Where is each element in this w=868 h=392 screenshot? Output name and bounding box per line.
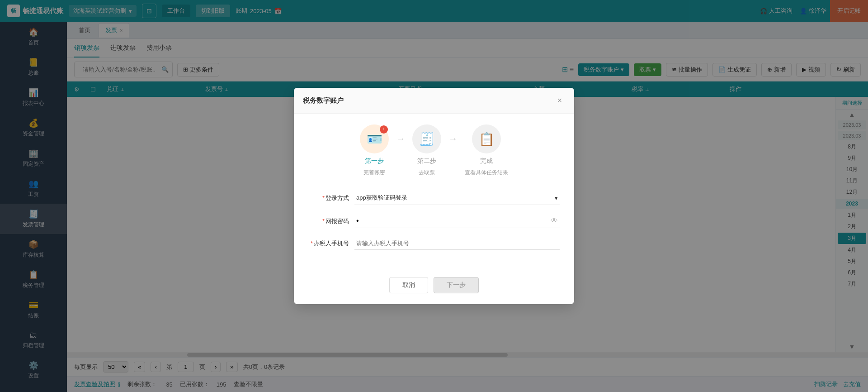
password-toggle-icon[interactable]: 👁 — [551, 217, 558, 225]
next-step-button[interactable]: 下一步 — [434, 277, 479, 293]
step-1-icon: 🪪 — [367, 132, 382, 147]
phone-field: *办税人手机号 — [308, 237, 560, 250]
modal-dialog: 税务数字账户 × 🪪 ! 第一步 完善账密 → — [294, 88, 574, 304]
step-2-sub: 去取票 — [419, 169, 435, 177]
step-2-icon: 🧾 — [419, 132, 435, 147]
password-field: *网报密码 👁 — [308, 214, 560, 228]
phone-input[interactable] — [354, 237, 560, 250]
modal-title: 税务数字账户 — [303, 96, 344, 105]
step-2-label: 第二步 — [417, 157, 436, 165]
password-input[interactable] — [356, 217, 551, 225]
cancel-button[interactable]: 取消 — [389, 277, 428, 293]
step-3-label: 完成 — [480, 157, 493, 165]
step-2: 🧾 第二步 去取票 — [412, 124, 441, 177]
step-1-icon-wrapper: 🪪 ! — [360, 124, 389, 153]
steps-container: 🪪 ! 第一步 完善账密 → 🧾 第二步 去取票 → — [308, 124, 560, 177]
phone-label: *办税人手机号 — [308, 239, 349, 248]
step-1-sub: 完善账密 — [363, 169, 385, 177]
step-1-badge: ! — [380, 125, 388, 134]
login-method-field: *登录方式 app获取验证码登录 ▾ — [308, 191, 560, 205]
modal-close-button[interactable]: × — [554, 95, 565, 106]
step-1-label: 第一步 — [365, 157, 384, 165]
step-1: 🪪 ! 第一步 完善账密 — [360, 124, 389, 177]
modal-header: 税务数字账户 × — [294, 88, 574, 114]
login-method-label: *登录方式 — [308, 194, 349, 202]
step-3-sub: 查看具体任务结果 — [465, 169, 508, 177]
login-method-select[interactable]: app获取验证码登录 ▾ — [354, 191, 560, 205]
step-arrow-1: → — [389, 134, 412, 144]
password-label: *网报密码 — [308, 217, 349, 225]
modal-footer: 取消 下一步 — [294, 270, 574, 304]
select-arrow-icon: ▾ — [555, 195, 558, 201]
step-2-icon-wrapper: 🧾 — [412, 124, 441, 153]
modal-body: 🪪 ! 第一步 完善账密 → 🧾 第二步 去取票 → — [294, 114, 574, 270]
step-3: 📋 完成 查看具体任务结果 — [465, 124, 508, 177]
password-input-wrapper: 👁 — [354, 214, 560, 228]
step-3-icon-wrapper: 📋 — [472, 124, 501, 153]
step-3-icon: 📋 — [479, 132, 495, 147]
step-arrow-2: → — [441, 134, 465, 144]
modal-overlay[interactable]: 税务数字账户 × 🪪 ! 第一步 完善账密 → — [0, 0, 868, 392]
